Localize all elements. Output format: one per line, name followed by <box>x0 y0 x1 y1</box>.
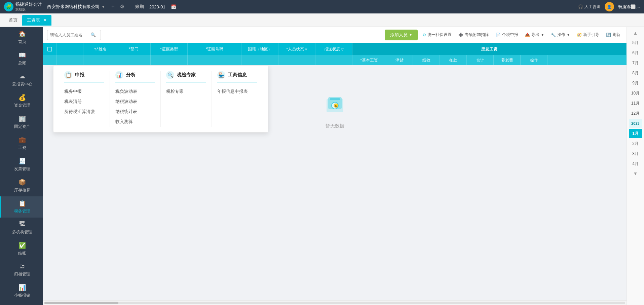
sidebar-item-fixed-assets[interactable]: 🏢 固定资产 <box>0 112 43 133</box>
sidebar-item-multiorg[interactable]: 🏗 多机构管理 <box>0 218 43 238</box>
th-dept-label: *部门 <box>129 46 139 52</box>
sidebar-item-cloud-report[interactable]: ☁ 云报表中心 <box>0 69 43 90</box>
cal-month-10[interactable]: 10月 <box>629 88 642 98</box>
menu-tax-burden[interactable]: 税负波动表 <box>115 86 155 97</box>
th2-ops-label: 操作 <box>530 58 538 63</box>
social-security-button[interactable]: ⚙ 统一社保设置 <box>420 30 454 40</box>
tax-report-label: 个税申报 <box>502 32 518 38</box>
cal-month-12[interactable]: 12月 <box>629 109 642 118</box>
th2-pension: 养老费 <box>494 55 521 65</box>
export-button[interactable]: 📤 导出 ▼ <box>523 30 546 40</box>
sidebar-item-archive[interactable]: 🗂 归档管理 <box>0 260 43 280</box>
tax-report-button[interactable]: 📄 个税申报 <box>494 30 520 40</box>
sidebar-cloud-label: 云报表中心 <box>12 81 32 87</box>
cal-month-11[interactable]: 11月 <box>629 99 642 108</box>
sidebar-item-settle[interactable]: ✅ 结账 <box>0 238 43 260</box>
special-deduction-label: 专项附加扣除 <box>465 32 489 38</box>
th2-nation <box>241 55 278 65</box>
sidebar-fund-label: 资金管理 <box>14 103 30 108</box>
sidebar-item-tax[interactable]: 📋 税务管理 <box>0 196 43 218</box>
sidebar-item-ledger[interactable]: 📖 总账 <box>0 48 43 69</box>
new-guide-button[interactable]: 🧭 新手引导 <box>575 30 601 40</box>
refresh-button[interactable]: 🔄 刷新 <box>604 30 622 40</box>
sidebar-item-fund[interactable]: 💰 资金管理 <box>0 90 43 112</box>
th-nation-label: 国籍（地区） <box>248 46 272 52</box>
cal-month-3[interactable]: 3月 <box>629 149 642 158</box>
send-filter-icon[interactable]: ▽ <box>341 47 344 51</box>
cal-month-2[interactable]: 2月 <box>629 139 642 148</box>
menu-tax-expert[interactable]: 税检专家 <box>166 86 206 97</box>
sidebar-item-report[interactable]: 📊 小畅报销 <box>0 280 43 302</box>
cal-month-8[interactable]: 8月 <box>629 68 642 78</box>
th-checkbox[interactable] <box>43 43 56 55</box>
sidebar-item-settings[interactable]: ⚙ 基础设置 <box>0 302 43 305</box>
multiorg-icon: 🏗 <box>19 221 25 228</box>
settings-button[interactable]: ⚙ <box>120 4 124 9</box>
menu-tax-register[interactable]: 税表清册 <box>64 97 104 107</box>
th-idtype: *证据类型 <box>151 43 188 55</box>
add-company-button[interactable]: ＋ <box>110 4 116 9</box>
th-salary-group-label: 应发工资 <box>481 46 497 52</box>
archive-icon: 🗂 <box>19 263 25 270</box>
search-input-wrap[interactable]: 🔍 <box>47 30 101 40</box>
company-chevron-icon: ▼ <box>102 5 105 9</box>
sidebar-item-home[interactable]: 🏠 首页 <box>0 27 43 48</box>
building-icon: 🏢 <box>18 115 26 122</box>
cal-month-5[interactable]: 5月 <box>629 38 642 47</box>
right-calendar-sidebar: ▲ 5月 6月 7月 8月 9月 10月 11月 12月 2023 1月 2月 … <box>627 27 644 305</box>
sidebar-archive-label: 归档管理 <box>14 271 30 277</box>
cal-month-1-active[interactable]: 1月 <box>629 129 642 138</box>
calendar-nav-down[interactable]: ▼ <box>631 169 640 178</box>
add-employee-button[interactable]: 添加人员 ▼ <box>385 30 418 40</box>
business-icon: 🏪 <box>217 71 225 79</box>
table-body-area: 📋 申报 税务申报 税表清册 所得税汇算清缴 📊 分析 税负波动表 <box>43 65 627 300</box>
calendar-nav-up[interactable]: ▲ <box>631 28 640 38</box>
th-name: ⇅ *姓名 <box>83 43 117 55</box>
special-deduction-icon: ➕ <box>458 33 463 37</box>
sidebar-item-inventory[interactable]: 📦 库存核算 <box>0 175 43 196</box>
sidebar-settle-label: 结账 <box>18 251 26 256</box>
calendar-icon[interactable]: 📅 <box>171 4 176 9</box>
sidebar-multiorg-label: 多机构管理 <box>12 229 32 235</box>
header-checkbox[interactable] <box>47 47 52 51</box>
status-filter-icon[interactable]: ▽ <box>305 47 307 51</box>
tax-dropdown-menu[interactable]: 📋 申报 税务申报 税表清册 所得税汇算清缴 📊 分析 税负波动表 <box>53 65 268 132</box>
th2-allowance-label: 津贴 <box>395 58 404 63</box>
menu-annual-report[interactable]: 年报信息申报表 <box>217 86 258 97</box>
menu-income-forecast[interactable]: 收入测算 <box>115 117 155 127</box>
company-name: 西安虾米网络科技有限公司 <box>47 4 100 10</box>
tax-report-icon: 📄 <box>496 33 501 37</box>
company-selector[interactable]: 西安虾米网络科技有限公司 ▼ <box>47 4 105 10</box>
sidebar-salary-label: 工资 <box>18 145 26 151</box>
menu-tax-settlement[interactable]: 所得税汇算清缴 <box>64 107 104 117</box>
cal-month-4[interactable]: 4月 <box>629 159 642 168</box>
th-id <box>56 43 83 55</box>
sidebar-item-salary[interactable]: 💼 工资 <box>0 133 43 154</box>
user-avatar[interactable]: 👤 <box>605 2 614 11</box>
headset-icon: 🎧 <box>578 4 583 9</box>
close-window-button[interactable]: ✕ <box>623 4 627 10</box>
settle-icon: ✅ <box>18 242 26 249</box>
operate-button[interactable]: 🔧 操作 ▼ <box>549 30 572 40</box>
tab-salary[interactable]: 工资表 ✕ <box>22 15 51 26</box>
th2-status <box>278 55 315 65</box>
menu-tax-declaration[interactable]: 税务申报 <box>64 86 104 97</box>
cal-month-7[interactable]: 7月 <box>629 58 642 68</box>
human-service-button[interactable]: 🎧 人工咨询 <box>578 4 601 10</box>
scrollbar-area[interactable] <box>43 300 627 305</box>
tab-home[interactable]: 首页 <box>4 15 22 26</box>
menu-tax-fluctuation[interactable]: 纳税波动表 <box>115 97 155 107</box>
cal-month-9[interactable]: 9月 <box>629 78 642 88</box>
scrollbar-thumb[interactable] <box>44 302 118 304</box>
menu-tax-statistics[interactable]: 纳税统计表 <box>115 107 155 117</box>
sidebar-item-invoice[interactable]: 🧾 发票管理 <box>0 154 43 175</box>
search-input[interactable] <box>50 33 90 37</box>
restore-window-button[interactable]: ⬜ <box>631 4 636 9</box>
logo-text-wrap: 畅捷通好会计 旗舰版 <box>15 2 42 12</box>
cal-month-6[interactable]: 6月 <box>629 48 642 58</box>
special-deduction-button[interactable]: ➕ 专项附加扣除 <box>456 30 491 40</box>
tab-salary-close-icon[interactable]: ✕ <box>43 18 47 23</box>
sidebar-invoice-label: 发票管理 <box>14 166 30 172</box>
inventory-icon: 📦 <box>18 179 26 186</box>
main-content: 🏠 首页 📖 总账 ☁ 云报表中心 💰 资金管理 🏢 固定资产 💼 工资 🧾 发… <box>0 27 644 305</box>
